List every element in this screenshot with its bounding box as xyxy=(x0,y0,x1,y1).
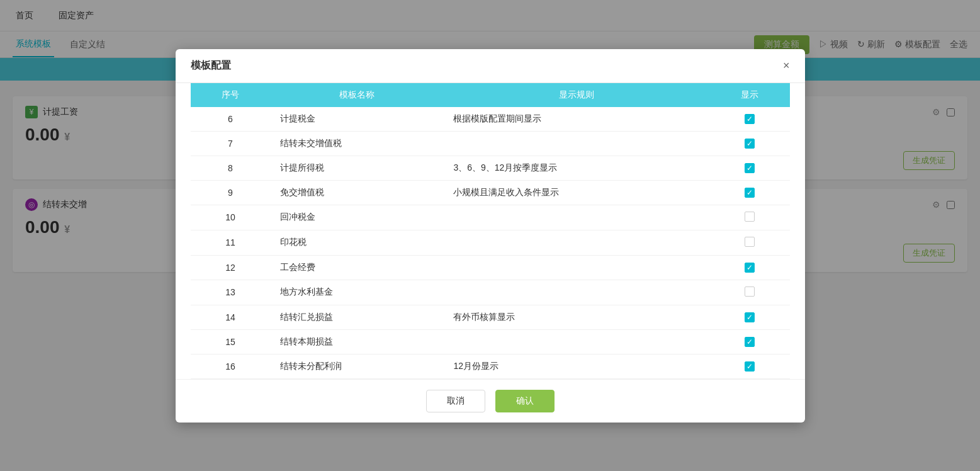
table-row: 9免交增值税小规模且满足收入条件显示 xyxy=(191,180,790,205)
col-index: 序号 xyxy=(191,83,271,107)
cell-name: 计提税金 xyxy=(270,107,443,132)
modal-body: 序号 模板名称 显示规则 显示 6计提税金根据模版配置期间显示7结转未交增值税8… xyxy=(176,83,805,379)
cell-index: 14 xyxy=(191,305,271,329)
cell-index: 6 xyxy=(191,107,271,132)
table-row: 16结转未分配利润12月份显示 xyxy=(191,354,790,378)
table-row: 13地方水利基金 xyxy=(191,280,790,305)
checkmark-icon xyxy=(746,164,753,172)
modal-template-config: 模板配置 × 序号 模板名称 显示规则 显示 6计提税金根据模版配置期间显 xyxy=(176,49,805,423)
checkbox-unchecked[interactable] xyxy=(745,287,755,297)
cell-checkbox[interactable] xyxy=(710,255,790,280)
cell-index: 12 xyxy=(191,255,271,280)
cell-checkbox[interactable] xyxy=(710,131,790,156)
table-row: 11印花税 xyxy=(191,230,790,255)
cell-rule xyxy=(443,280,709,305)
cell-index: 7 xyxy=(191,131,271,156)
cell-checkbox[interactable] xyxy=(710,180,790,205)
table-row: 14结转汇兑损益有外币核算显示 xyxy=(191,305,790,329)
cell-index: 15 xyxy=(191,329,271,354)
cell-name: 免交增值税 xyxy=(270,180,443,205)
cell-name: 结转本期损益 xyxy=(270,329,443,354)
table-head: 序号 模板名称 显示规则 显示 xyxy=(191,83,790,107)
checkmark-icon xyxy=(746,264,753,271)
checkbox-checked[interactable] xyxy=(745,163,755,173)
cell-checkbox[interactable] xyxy=(710,354,790,378)
cell-rule xyxy=(443,205,709,230)
cell-name: 地方水利基金 xyxy=(270,280,443,305)
modal-close-button[interactable]: × xyxy=(783,60,790,71)
checkmark-icon xyxy=(746,314,753,321)
checkmark-icon xyxy=(746,115,753,123)
checkbox-checked[interactable] xyxy=(745,263,755,273)
modal-header: 模板配置 × xyxy=(176,49,805,83)
cell-rule: 3、6、9、12月按季度显示 xyxy=(443,156,709,180)
cell-name: 结转未交增值税 xyxy=(270,131,443,156)
table-body: 6计提税金根据模版配置期间显示7结转未交增值税8计提所得税3、6、9、12月按季… xyxy=(191,107,790,379)
cancel-button[interactable]: 取消 xyxy=(426,390,485,412)
cell-checkbox[interactable] xyxy=(710,107,790,132)
cell-index: 13 xyxy=(191,280,271,305)
modal-footer: 取消 确认 xyxy=(176,379,805,423)
confirm-button[interactable]: 确认 xyxy=(495,390,555,412)
cell-rule: 12月份显示 xyxy=(443,354,709,378)
table-row: 7结转未交增值税 xyxy=(191,131,790,156)
cell-index: 10 xyxy=(191,205,271,230)
checkmark-icon xyxy=(746,363,753,370)
cell-rule xyxy=(443,131,709,156)
cell-rule: 根据模版配置期间显示 xyxy=(443,107,709,132)
cell-checkbox[interactable] xyxy=(710,230,790,255)
cell-checkbox[interactable] xyxy=(710,329,790,354)
checkmark-icon xyxy=(746,189,753,196)
col-name: 模板名称 xyxy=(270,83,443,107)
checkbox-checked[interactable] xyxy=(745,114,755,124)
table-scroll-wrapper[interactable]: 序号 模板名称 显示规则 显示 6计提税金根据模版配置期间显示7结转未交增值税8… xyxy=(191,83,790,379)
cell-checkbox[interactable] xyxy=(710,280,790,305)
table-row: 6计提税金根据模版配置期间显示 xyxy=(191,107,790,132)
table-row: 12工会经费 xyxy=(191,255,790,280)
cell-checkbox[interactable] xyxy=(710,205,790,230)
cell-name: 工会经费 xyxy=(270,255,443,280)
modal-overlay: 模板配置 × 序号 模板名称 显示规则 显示 6计提税金根据模版配置期间显 xyxy=(0,0,980,471)
checkbox-checked[interactable] xyxy=(745,139,755,149)
checkbox-unchecked[interactable] xyxy=(745,212,755,222)
table-row: 15结转本期损益 xyxy=(191,329,790,354)
config-table: 序号 模板名称 显示规则 显示 6计提税金根据模版配置期间显示7结转未交增值税8… xyxy=(191,83,790,379)
cell-rule xyxy=(443,230,709,255)
checkmark-icon xyxy=(746,338,753,346)
modal-title: 模板配置 xyxy=(191,59,231,72)
checkbox-checked[interactable] xyxy=(745,312,755,322)
cell-rule: 有外币核算显示 xyxy=(443,305,709,329)
cell-index: 9 xyxy=(191,180,271,205)
cell-rule: 小规模且满足收入条件显示 xyxy=(443,180,709,205)
cell-rule xyxy=(443,329,709,354)
table-row: 10回冲税金 xyxy=(191,205,790,230)
cell-checkbox[interactable] xyxy=(710,305,790,329)
cell-name: 印花税 xyxy=(270,230,443,255)
table-row: 8计提所得税3、6、9、12月按季度显示 xyxy=(191,156,790,180)
cell-name: 结转汇兑损益 xyxy=(270,305,443,329)
cell-name: 结转未分配利润 xyxy=(270,354,443,378)
cell-index: 16 xyxy=(191,354,271,378)
checkmark-icon xyxy=(746,140,753,147)
checkbox-unchecked[interactable] xyxy=(745,237,755,247)
cell-name: 回冲税金 xyxy=(270,205,443,230)
cell-rule xyxy=(443,255,709,280)
cell-name: 计提所得税 xyxy=(270,156,443,180)
checkbox-checked[interactable] xyxy=(745,337,755,347)
checkbox-checked[interactable] xyxy=(745,188,755,198)
col-display: 显示 xyxy=(710,83,790,107)
checkbox-checked[interactable] xyxy=(745,361,755,372)
col-rule: 显示规则 xyxy=(443,83,709,107)
cell-index: 11 xyxy=(191,230,271,255)
cell-index: 8 xyxy=(191,156,271,180)
cell-checkbox[interactable] xyxy=(710,156,790,180)
